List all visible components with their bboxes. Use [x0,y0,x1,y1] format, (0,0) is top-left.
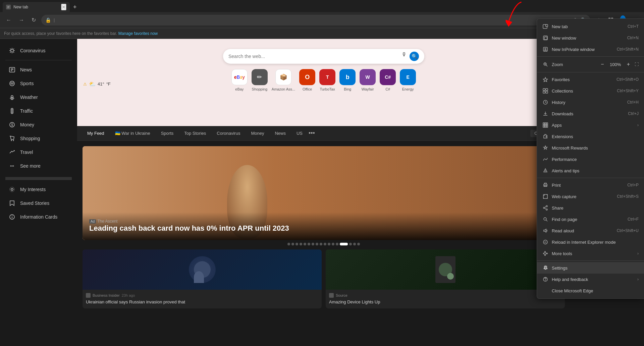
menu-item-history[interactable]: History Ctrl+H [537,97,644,108]
sub-story-device[interactable]: Source Amazing Device Lights Up [326,249,565,308]
apps-menu-label: Apps [552,123,562,128]
story-dot[interactable] [349,243,352,245]
feed-tab-sports[interactable]: Sports [156,129,178,138]
sidebar-see-more[interactable]: See more [2,159,75,173]
story-dot[interactable] [287,243,290,245]
favorites-menu-label: Favorites [552,77,570,82]
story-dot[interactable] [296,243,298,245]
quick-link-turbotax[interactable]: T TurboTax [319,69,335,91]
forward-button[interactable]: → [17,16,26,24]
story-dot[interactable] [312,243,314,245]
story-dot[interactable] [304,243,306,245]
quick-link-csharp[interactable]: C# C# [380,69,396,91]
menu-item-settings[interactable]: Settings [537,262,644,274]
menu-item-more-tools[interactable]: More tools › [537,248,644,259]
zoom-expand-button[interactable]: ⛶ [635,62,639,67]
quick-link-bing[interactable]: b Bing [339,69,356,91]
sidebar-sports-label: Sports [20,81,34,86]
center-content: ⚠ ⛅ 41° °F 🎙 🔍 eBay [77,39,570,346]
sidebar-item-my-interests[interactable]: My Interests [2,183,75,196]
sidebar-item-shopping[interactable]: Shopping [2,132,75,145]
apps-menu-icon [542,122,548,128]
search-input[interactable] [228,54,398,59]
menu-item-new-window[interactable]: New window Ctrl+N [537,32,644,44]
feed-tab-news[interactable]: News [270,129,290,138]
feed-tab-coronavirus[interactable]: Coronavirus [212,129,245,138]
story-dot[interactable] [357,243,360,245]
tab-close-button[interactable]: ✕ [61,4,66,10]
sidebar-item-money[interactable]: $ Money [2,118,75,131]
new-tab-menu-icon [542,23,548,30]
story-dot-active[interactable] [340,243,348,245]
zoom-in-button[interactable]: + [625,61,632,68]
menu-item-extensions[interactable]: Extensions [537,131,644,142]
menu-item-favorites[interactable]: Favorites Ctrl+Shift+O [537,74,644,85]
office-icon: O [299,69,315,85]
new-tab-button[interactable]: + [70,2,79,12]
sidebar-item-information-cards[interactable]: Information Cards [2,210,75,224]
menu-item-downloads[interactable]: Downloads Ctrl+J [537,108,644,119]
story-dot[interactable] [332,243,334,245]
story-dot[interactable] [320,243,322,245]
quick-link-shopping[interactable]: ✏ Shopping [252,69,268,91]
active-tab[interactable]: New tab ✕ [3,2,70,12]
sidebar-item-travel[interactable]: Travel [2,146,75,159]
sidebar-item-news[interactable]: News [2,63,75,76]
print-shortcut: Ctrl+P [627,183,639,187]
refresh-button[interactable]: ↻ [30,15,38,24]
story-dot[interactable] [291,243,294,245]
feed-tab-more-button[interactable]: ••• [309,130,315,137]
quick-link-office[interactable]: O Office [299,69,315,91]
menu-item-close-edge[interactable]: Close Microsoft Edge [537,285,644,296]
menu-item-web-capture[interactable]: Web capture Ctrl+Shift+S [537,191,644,202]
sidebar-item-saved-stories[interactable]: Saved Stories [2,196,75,210]
menu-item-new-tab[interactable]: New tab Ctrl+T [537,21,644,32]
quick-link-energy[interactable]: E Energy [400,69,416,91]
search-submit-icon[interactable]: 🔍 [410,52,419,61]
feed-tab-us[interactable]: US [292,129,307,138]
feed-tab-my-feed[interactable]: My Feed [83,129,109,138]
menu-item-share[interactable]: Share [537,202,644,214]
menu-item-inprivate[interactable]: New InPrivate window Ctrl+Shift+N [537,44,644,55]
zoom-out-button[interactable]: − [599,61,606,68]
sidebar-item-coronavirus[interactable]: Coronavirus [2,44,75,57]
story-dot[interactable] [316,243,318,245]
main-story-image[interactable]: Ad The Ascent Leading cash back card now… [83,146,565,240]
menu-item-collections[interactable]: Collections Ctrl+Shift+Y [537,85,644,97]
menu-item-read-aloud[interactable]: Read aloud Ctrl+Shift+U [537,225,644,236]
story-dot[interactable] [324,243,326,245]
svg-line-50 [546,65,547,66]
manage-favorites-link[interactable]: Manage favorites now [118,31,158,36]
story-dot[interactable] [328,243,330,245]
menu-item-find[interactable]: Find on page Ctrl+F [537,214,644,225]
feed-tab-money[interactable]: Money [246,129,269,138]
sidebar-item-weather[interactable]: Weather [2,91,75,104]
menu-item-apps[interactable]: Apps › [537,119,644,131]
story-dot[interactable] [308,243,310,245]
feed-tab-top-stories[interactable]: Top Stories [179,129,211,138]
address-input[interactable] [54,17,571,22]
source-name-2: Source [336,293,347,297]
story-dot[interactable] [353,243,356,245]
sub-story-ukraine[interactable]: Business Insider 23h ago Ukrainian offic… [83,249,322,308]
feed-tab-ukraine[interactable]: 🇺🇦 War in Ukraine [110,129,155,138]
menu-item-print[interactable]: Print Ctrl+P [537,179,644,191]
menu-item-help[interactable]: Help and feedback › [537,274,644,285]
tab-bar: New tab ✕ + [0,0,644,12]
menu-item-reload-ie[interactable]: IE Reload in Internet Explorer mode [537,236,644,248]
left-sidebar: Coronavirus News Sports Weather [0,39,77,346]
quick-link-ebay[interactable]: eBay eBay [231,69,248,91]
quick-link-amazon[interactable]: 📦 Amazon Ass... [272,69,295,91]
sidebar-item-traffic[interactable]: Traffic [2,104,75,118]
ebay-icon: eBay [231,69,248,85]
menu-item-performance[interactable]: Performance [537,154,644,165]
mic-search-icon[interactable]: 🎙 [401,52,407,61]
story-dot[interactable] [300,243,302,245]
quick-link-wayfair[interactable]: W Wayfair [360,69,376,91]
reload-ie-menu-icon: IE [542,239,548,245]
back-button[interactable]: ← [4,16,13,24]
story-dot[interactable] [336,243,338,245]
sidebar-item-sports[interactable]: Sports [2,77,75,90]
menu-item-alerts[interactable]: Alerts and tips [537,165,644,176]
menu-item-rewards[interactable]: Microsoft Rewards [537,142,644,154]
